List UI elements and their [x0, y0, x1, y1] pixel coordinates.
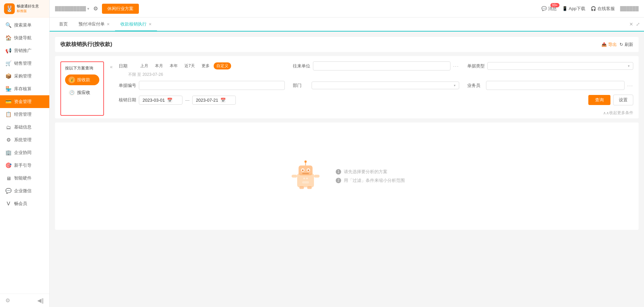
- sidebar-item-销售管理[interactable]: 🛒 销售管理: [0, 57, 49, 70]
- nav-label-14: 畅会员: [14, 201, 27, 207]
- sidebar-logo: 🐰 畅捷通好生意 标推版: [0, 0, 49, 17]
- date-btn-this-year[interactable]: 本年: [167, 62, 180, 69]
- collapse-more-label: 收起更多条件: [609, 110, 633, 116]
- date-dash: —: [185, 98, 190, 103]
- header-dropdown-icon[interactable]: ▾: [87, 6, 89, 11]
- sidebar-item-畅会员[interactable]: Ⅴ 畅会员: [0, 197, 49, 210]
- sidebar-item-采购管理[interactable]: 📦 采购管理: [0, 70, 49, 83]
- refresh-button[interactable]: ↻ 刷新: [620, 42, 633, 48]
- query-button[interactable]: 查询: [588, 95, 610, 105]
- nav-icon-6: 💳: [5, 99, 11, 105]
- svg-rect-15: [302, 181, 309, 184]
- header-gear-icon[interactable]: ⚙: [93, 5, 98, 12]
- date-btn-last-month[interactable]: 上月: [138, 62, 151, 69]
- filter-option-by-receipt[interactable]: 💰 按收款: [65, 74, 99, 85]
- header-right: 💬 消息 99+ 📱 App下载 🎧 在线客服 ██████: [541, 6, 639, 12]
- filter-row-3: 核销日期 2023-03-01 📅 — 2023-07-21 📅: [119, 95, 633, 105]
- sidebar-item-快捷导航[interactable]: 🏠 快捷导航: [0, 32, 49, 44]
- solution-button[interactable]: 休闲行业方案: [102, 4, 139, 14]
- verify-date-end-value: 2023-07-21: [196, 98, 218, 103]
- filter-row-1: 日期 上月 本月 本年 近7天 更多 自定义 往来单位: [119, 61, 633, 70]
- nav-icon-12: 🖥: [5, 175, 11, 181]
- tab-collect-close-icon[interactable]: ✕: [149, 22, 152, 27]
- filter-dept-field: 部门 ▾: [293, 82, 459, 89]
- verify-date-end[interactable]: 2023-07-21 📅: [192, 96, 236, 105]
- page-title: 收款核销执行(按收款): [60, 41, 112, 48]
- filter-collapse-button[interactable]: «: [108, 61, 115, 116]
- verify-date-start-value: 2023-03-01: [143, 98, 165, 103]
- order-no-input-field[interactable]: [143, 83, 281, 88]
- filter-left-title: 按以下方案查询: [65, 65, 99, 71]
- date-custom-tag[interactable]: 自定义: [214, 62, 231, 69]
- sidebar-item-营销推广[interactable]: 📢 营销推广: [0, 44, 49, 57]
- header-service[interactable]: 🎧 在线客服: [591, 6, 615, 12]
- order-type-select[interactable]: ▾: [487, 62, 633, 70]
- calendar-end-icon[interactable]: 📅: [220, 98, 226, 103]
- tab-collect-label: 收款核销执行: [120, 21, 147, 27]
- sales-label: 业务员: [467, 83, 483, 89]
- nav-icon-9: ⚙: [5, 137, 11, 143]
- sidebar-item-企业微信[interactable]: 💬 企业微信: [0, 185, 49, 197]
- export-button[interactable]: 📤 导出: [601, 42, 617, 48]
- date-btn-more[interactable]: 更多: [199, 62, 212, 69]
- calendar-start-icon[interactable]: 📅: [167, 98, 172, 103]
- nav-label-11: 新手引导: [14, 162, 32, 168]
- empty-tips: 1 请先选择要分析的方案 2 用「过滤」条件来缩小分析范围: [336, 167, 405, 185]
- svg-rect-11: [300, 186, 304, 189]
- sidebar-item-库存核算[interactable]: 🏪 库存核算: [0, 83, 49, 95]
- tab-prepay-close-icon[interactable]: ✕: [107, 22, 110, 27]
- svg-rect-9: [291, 175, 297, 177]
- sidebar-item-基础信息[interactable]: 🗂 基础信息: [0, 121, 49, 134]
- partner-input-field[interactable]: [317, 63, 447, 68]
- nav-icon-7: 📋: [5, 111, 11, 117]
- sidebar-nav: 🔍 搜索菜单 🏠 快捷导航 📢 营销推广 🛒 销售管理 📦 采购管理 🏪 库存核…: [0, 17, 49, 294]
- page-content: 收款核销执行(按收款) 📤 导出 ↻ 刷新 按以下方案查询 💰: [50, 32, 644, 307]
- headset-icon: 🎧: [591, 6, 596, 11]
- header-app[interactable]: 📱 App下载: [562, 6, 585, 12]
- sidebar-item-经营管理[interactable]: 📋 经营管理: [0, 108, 49, 121]
- empty-state: 1 请先选择要分析的方案 2 用「过滤」条件来缩小分析范围: [55, 122, 639, 230]
- date-btn-this-month[interactable]: 本月: [152, 62, 166, 69]
- settings-button[interactable]: 设置: [613, 95, 633, 105]
- nav-label-10: 企业协同: [14, 150, 32, 156]
- filter-option-by-receipt-label: 按收款: [77, 77, 90, 83]
- partner-more-icon[interactable]: ···: [453, 63, 459, 69]
- tab-expand-icon[interactable]: ⤢: [636, 21, 640, 27]
- sales-input[interactable]: [486, 81, 625, 90]
- date-group: 上月 本月 本年 近7天 更多 自定义: [138, 62, 285, 69]
- verify-date-start[interactable]: 2023-03-01 📅: [139, 96, 182, 105]
- date-btn-7days[interactable]: 近7天: [182, 62, 198, 69]
- order-no-input[interactable]: [139, 81, 285, 90]
- sidebar-item-智能硬件[interactable]: 🖥 智能硬件: [0, 172, 49, 185]
- filter-option-by-receivable-label: 按应收: [77, 90, 90, 96]
- nav-label-8: 基础信息: [14, 124, 32, 130]
- tab-home[interactable]: 首页: [54, 18, 73, 31]
- sidebar-item-企业协同[interactable]: 🏢 企业协同: [0, 146, 49, 159]
- empty-state-inner: 1 请先选择要分析的方案 2 用「过滤」条件来缩小分析范围: [289, 159, 405, 193]
- collapse-more-button[interactable]: ∧∧ 收起更多条件: [119, 110, 633, 116]
- settings-icon[interactable]: ⚙: [5, 297, 10, 304]
- tab-close-all-icon[interactable]: ✕: [629, 21, 633, 27]
- sales-input-field[interactable]: [490, 83, 621, 88]
- sidebar-item-搜索菜单[interactable]: 🔍 搜索菜单: [0, 19, 49, 32]
- filter-option-by-receivable[interactable]: 🕐 按应收: [65, 87, 99, 98]
- sidebar-item-新手引导[interactable]: 🎯 新手引导: [0, 159, 49, 172]
- nav-label-4: 采购管理: [14, 73, 32, 79]
- sales-more-icon[interactable]: ···: [627, 83, 633, 88]
- logo-text-group: 畅捷通好生意 标推版: [17, 4, 39, 13]
- dept-select[interactable]: ▾: [312, 82, 459, 89]
- collapse-sidebar-icon[interactable]: ◀‖: [37, 297, 44, 304]
- receivable-icon: 🕐: [68, 89, 75, 96]
- refresh-label: 刷新: [625, 42, 633, 48]
- collapse-up-icon: ∧∧: [603, 111, 609, 115]
- sidebar-item-资金管理[interactable]: 💳 资金管理: [0, 95, 49, 108]
- svg-point-5: [308, 169, 309, 171]
- filter-sales-field: 业务员 ···: [467, 81, 633, 90]
- tab-collect[interactable]: 收款核销执行 ✕: [115, 18, 157, 31]
- partner-input[interactable]: [313, 61, 450, 70]
- tab-prepay[interactable]: 预付冲应付单 ✕: [73, 18, 115, 31]
- sidebar-item-系统管理[interactable]: ⚙ 系统管理: [0, 134, 49, 146]
- phone-icon: 📱: [562, 6, 568, 11]
- header-msg[interactable]: 💬 消息 99+: [541, 6, 557, 12]
- header-user[interactable]: ██████: [620, 6, 639, 11]
